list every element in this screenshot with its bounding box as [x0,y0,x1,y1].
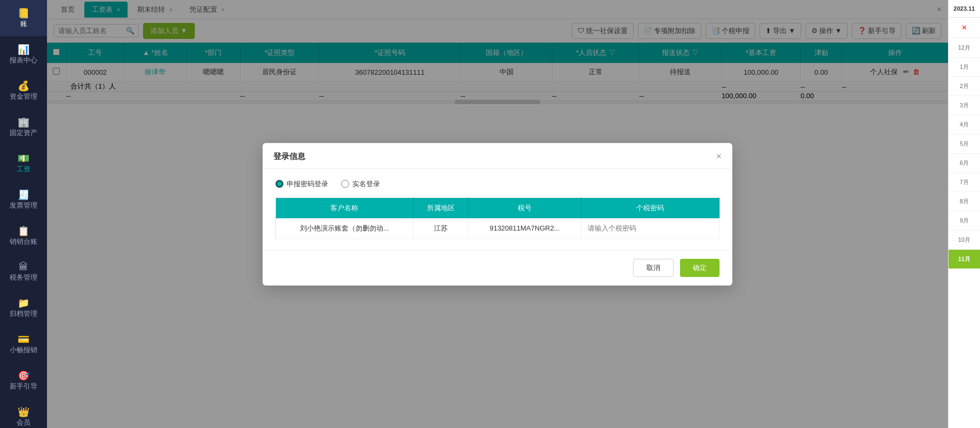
sidebar-item-baobiao[interactable]: 📊 报表中心 [0,36,47,73]
month-8[interactable]: 8月 [949,192,980,211]
modal-data-table: 客户名称 所属地区 税号 个税密码 刘小艳演示账套（勿删勿动... 江苏 913… [275,197,720,239]
modal-body: 申报密码登录 实名登录 客户名称 所属地区 税号 个税密码 [263,169,732,250]
month-10[interactable]: 10月 [949,231,980,250]
sidebar-item-zijin[interactable]: 💰 资金管理 [0,73,47,109]
sidebar-item-guidang[interactable]: 📁 归档管理 [0,290,47,326]
radio-password-input[interactable] [275,180,283,188]
month-9[interactable]: 9月 [949,211,980,231]
modal-overlay: 登录信息 × 申报密码登录 实名登录 [47,0,948,428]
modal-cell-taxno: 91320811MA7NGR2... [469,218,581,239]
modal-title: 登录信息 [273,152,305,162]
confirm-button[interactable]: 确定 [680,259,720,277]
radio-realname-input[interactable] [341,180,349,188]
login-modal: 登录信息 × 申报密码登录 实名登录 [263,143,732,286]
sidebar: 📒 账 📊 报表中心 💰 资金管理 🏢 固定资产 💵 工资 🧾 发票管理 📋 销… [0,0,47,428]
month-4[interactable]: 4月 [949,115,980,134]
modal-cell-password[interactable] [581,218,719,239]
modal-close-button[interactable]: × [716,152,722,161]
month-7[interactable]: 7月 [949,173,980,192]
month-12[interactable]: 12月 [949,38,980,58]
right-panel: 2023.11 × 12月 1月 2月 3月 4月 5月 6月 7月 8月 9月… [948,0,980,428]
modal-cell-region: 江苏 [413,218,468,239]
sidebar-item-guding[interactable]: 🏢 固定资产 [0,109,47,145]
modal-col-name: 客户名称 [276,197,414,218]
month-5[interactable]: 5月 [949,134,980,154]
modal-col-password: 个税密码 [581,197,719,218]
modal-header: 登录信息 × [263,143,732,169]
sidebar-item-baoxiao[interactable]: 💳 小畅报销 [0,326,47,362]
month-3[interactable]: 3月 [949,96,980,115]
modal-cell-name: 刘小艳演示账套（勿删勿动... [276,218,414,239]
radio-realname[interactable]: 实名登录 [341,179,380,189]
sidebar-item-fapiao[interactable]: 🧾 发票管理 [0,181,47,218]
radio-password[interactable]: 申报密码登录 [275,179,328,189]
month-11[interactable]: 11月 [949,250,980,269]
sidebar-item-shuiwu[interactable]: 🏛 税务管理 [0,254,47,290]
sidebar-item-gongzi[interactable]: 💵 工资 [0,145,47,181]
radio-group: 申报密码登录 实名登录 [275,179,720,189]
main-area: 首页 工资表 × 期末结转 × 凭证配置 × × 🔍 添加人员 ▼ 🛡 统一社保… [47,0,948,428]
sidebar-item-xiaoxiao[interactable]: 📋 销销台账 [0,218,47,254]
cancel-button[interactable]: 取消 [633,259,674,277]
panel-close[interactable]: × [949,18,980,38]
tax-password-input[interactable] [588,224,713,232]
month-2[interactable]: 2月 [949,77,980,96]
sidebar-item-zhang[interactable]: 📒 账 [0,0,47,36]
modal-col-taxno: 税号 [469,197,581,218]
year-label: 2023.11 [949,0,980,18]
month-6[interactable]: 6月 [949,154,980,173]
month-1[interactable]: 1月 [949,58,980,77]
sidebar-item-xinshou[interactable]: 🎯 新手引导 [0,362,47,399]
modal-footer: 取消 确定 [263,250,732,286]
modal-table-row: 刘小艳演示账套（勿删勿动... 江苏 91320811MA7NGR2... [276,218,720,239]
modal-col-region: 所属地区 [413,197,468,218]
sidebar-item-huiyuan[interactable]: 👑 会员 [0,399,47,428]
